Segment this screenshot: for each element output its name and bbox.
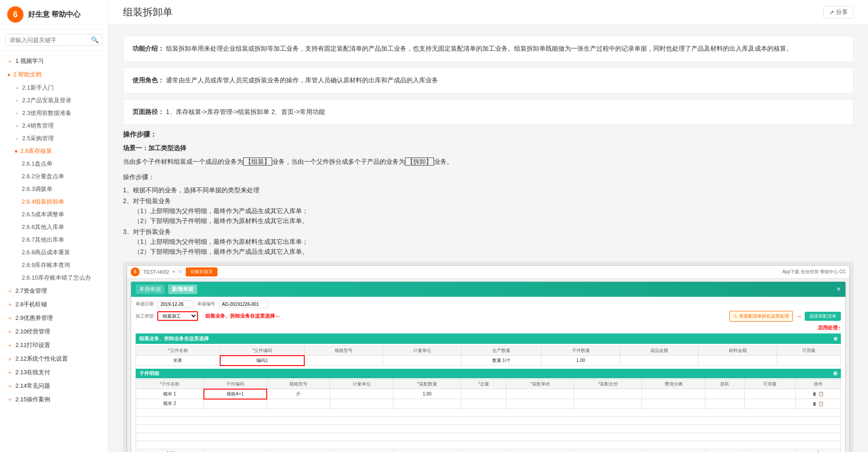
type-label: 加工类型 [136, 313, 154, 319]
date-input[interactable] [157, 300, 193, 308]
sidebar-item-assembly[interactable]: 2.6.4组装拆卸单 [7, 195, 108, 208]
select-bom-btn[interactable]: 选择装配清单 [805, 312, 841, 321]
modal-close-icon[interactable]: ✕ [836, 286, 841, 292]
lower-cell-1-6 [506, 399, 574, 409]
sidebar-item-ops[interactable]: ＋ 2.10经营管理 [0, 325, 108, 338]
sidebar-item-video-learning[interactable]: ＋ 1.视频学习 [0, 54, 108, 68]
upper-cell-0-3 [383, 356, 462, 366]
lower-cell-0-8 [642, 389, 705, 399]
step3-subs: （1）上部明细为父件明细，最终作为原材料生成其它出库单； （2）下部明细为子件明… [123, 238, 854, 256]
annotation-arrow-1: ← [275, 313, 281, 320]
search-input[interactable] [9, 37, 91, 43]
order-input[interactable] [219, 300, 269, 308]
expand-icon-212: ＋ [7, 355, 13, 363]
sidebar-item-sales[interactable]: ＋ 2.4销售管理 [0, 119, 108, 132]
lower-cell-0-11: 🗑 📋 [796, 389, 841, 399]
notice-text: 有装配清单的在这里处理 [739, 313, 789, 319]
sidebar-item-coupon[interactable]: ＋ 2.9优惠券管理 [0, 311, 108, 325]
collapse-icon-2-6: ● [14, 148, 18, 154]
upper-th-7: 材料金额 [698, 346, 777, 356]
scene1-title: 场景一：加工类型选择 [123, 144, 854, 152]
sidebar-item-purchase[interactable]: ＋ 2.5采购管理 [0, 132, 108, 145]
sidebar-item-partial-stocktake[interactable]: 2.6.2分量盘点单 [7, 170, 108, 183]
step3-sub2: （2）下部明细为子件明细，最终作为产成品生成其它入库单。 [134, 248, 854, 256]
search-box[interactable]: 🔍 [5, 34, 103, 46]
upper-cell-0-0: 米果 [136, 356, 220, 366]
upper-th-8: 可用量 [777, 346, 841, 356]
sidebar-item-stocktake[interactable]: 2.6.1盘点单 [7, 157, 108, 170]
totals-label: 合计 [136, 449, 204, 452]
lower-cell-0-9 [705, 389, 745, 399]
content-area: 功能介绍： 组装拆卸单用来处理企业组装或拆卸等加工业务，支持有固定装配清单的产品… [108, 25, 868, 452]
upper-th-2: 规格型号 [304, 346, 383, 356]
upper-cell-0-6 [620, 356, 698, 366]
sidebar-item-faq[interactable]: ＋ 2.14常见问题 [0, 379, 108, 393]
notice-bar: ⚠ 有装配清单的在这里处理 [729, 311, 793, 322]
app-logo-icon: 6 [7, 6, 24, 23]
lower-cell-1-9 [705, 399, 745, 409]
section-expand-icon[interactable]: ⊞ [834, 336, 837, 341]
upper-cell-0-1: 编码1 [220, 356, 304, 366]
lower-th-8: 费用分摊 [642, 379, 705, 389]
sidebar-item-print[interactable]: ＋ 2.11打印设置 [0, 338, 108, 352]
app-logo-text: 好生意 帮助中心 [28, 10, 80, 19]
lower-th-6: *装配单价 [506, 379, 574, 389]
lower-th-7: *装配合价 [574, 379, 642, 389]
upper-row-0: 米果 编码1 数量 1/个 1.00 [136, 356, 841, 366]
lower-cell-0-0: 糯米 1 [136, 389, 204, 399]
sidebar-item-online-pay[interactable]: ＋ 2.13在线支付 [0, 366, 108, 379]
share-button[interactable]: ↗ 分享 [823, 6, 854, 19]
annotation-enable-text: 启用处理 [818, 324, 838, 331]
sidebar-item-other-out[interactable]: 2.6.7其他出库单 [7, 233, 108, 246]
expand-icon-1: ＋ [7, 57, 13, 65]
upper-cell-0-2 [304, 356, 383, 366]
lower-table: *子件名称 子件编码 规格型号 计量单位 *装配数量 *总量 *装配单价 *装配… [136, 379, 841, 452]
expand-icon-28: ＋ [7, 301, 13, 309]
lower-row-2 [136, 409, 841, 417]
lower-cell-1-1 [204, 399, 267, 409]
sidebar-item-cost-adjust[interactable]: 2.6.5成本调整单 [7, 208, 108, 221]
lower-cell-1-0: 糯米 2 [136, 399, 204, 409]
sidebar-item-mobile[interactable]: ＋ 2.8手机旺铺 [0, 298, 108, 311]
search-icon[interactable]: 🔍 [91, 36, 99, 43]
upper-th-1: *父件编码 [220, 346, 304, 356]
search-area: 🔍 [0, 29, 108, 51]
modal-header: 本倒单据 新增单据 ✕ [131, 282, 845, 297]
lower-cell-1-8 [642, 399, 705, 409]
lower-cell-0-2: 斤 [267, 389, 330, 399]
modal-tab-new[interactable]: 新增单据 [168, 285, 197, 294]
sidebar-item-new-user[interactable]: ＋ 2.1新手入门 [0, 81, 108, 94]
sidebar-item-help-docs[interactable]: ● 2.帮助文档 [0, 68, 108, 81]
sidebar-item-cost-recalc[interactable]: 2.6.8商品成本重算 [7, 246, 108, 259]
lower-cell-1-10 [745, 399, 796, 409]
sidebar-item-transfer[interactable]: 2.6.3调拨单 [7, 183, 108, 195]
annotation-arrow-2: → [796, 313, 802, 320]
type-select[interactable]: 组装加工 拆卸加工 [157, 311, 198, 321]
expand-icon-215: ＋ [7, 396, 13, 404]
sidebar-item-other-in[interactable]: 2.6.6其他入库单 [7, 221, 108, 233]
sidebar-item-inventory[interactable]: ● 2.6库存核算 [0, 145, 108, 157]
sidebar-item-install[interactable]: ＋ 2.2产品安装及登录 [0, 94, 108, 107]
sidebar-item-stock-ledger[interactable]: 2.6.9库存账本查询 [7, 259, 108, 271]
nav-sub-items-2: ＋ 2.1新手入门 ＋ 2.2产品安装及登录 ＋ 2.3使用前数据准备 ＋ 2.… [0, 81, 108, 284]
sidebar-item-data-prep[interactable]: ＋ 2.3使用前数据准备 [0, 107, 108, 119]
modal-tab-list[interactable]: 本倒单据 [136, 285, 165, 294]
sidebar-item-personalize[interactable]: ＋ 2.12系统个性化设置 [0, 352, 108, 366]
sidebar-item-cases[interactable]: ＋ 2.15操作案例 [0, 393, 108, 406]
lower-expand-icon[interactable]: ⊞ [833, 371, 837, 376]
upper-section-header: 组装业务、拆卸业务在这里选择 ⊞ [136, 333, 841, 344]
nav-tree: ＋ 1.视频学习 ● 2.帮助文档 ＋ 2.1新手入门 ＋ 2.2产品安装及登录 [0, 51, 108, 452]
form-row-1: 单据日期 单据编号 [136, 300, 841, 308]
app-nav-btn[interactable]: 切换到首页 [186, 267, 217, 276]
step2-sub1: （1）上部明细为父件明细，最终作为产成品生成其它入库单； [134, 207, 854, 215]
app-topbar: 6 TEST-H002 ▾ ↻ 切换到首页 App下载 合伙经营 帮助中心 CC [127, 266, 849, 279]
totals-7: 0.00 [574, 449, 642, 452]
sidebar-item-finance[interactable]: ＋ 2.7资金管理 [0, 284, 108, 298]
path-text: 页面路径： 1、库存核算->库存管理->组装拆卸单 2、首页->常用功能 [132, 107, 844, 118]
sidebar-item-ledger-fix[interactable]: 2.6.10库存账本错了怎么办 [7, 271, 108, 284]
upper-table: *父件名称 *父件编码 规格型号 计量单位 生产数量 子件数量 成品金额 材料金… [136, 346, 841, 366]
upper-cell-0-7 [698, 356, 777, 366]
expand-icon-29: ＋ [7, 314, 13, 322]
operations-title: 操作步骤： [123, 130, 854, 139]
lower-cell-1-2 [267, 399, 330, 409]
